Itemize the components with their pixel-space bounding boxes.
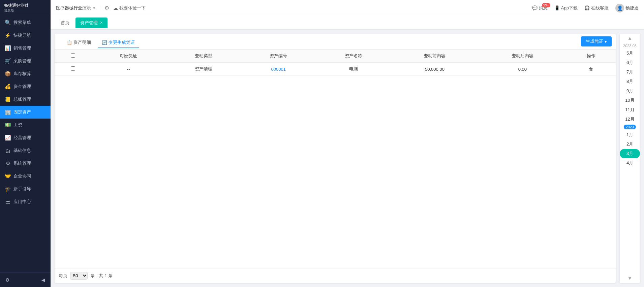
sidebar-item-guide[interactable]: 🎓新手引导 xyxy=(0,183,51,195)
calendar-month-7月[interactable]: 7月 xyxy=(620,67,640,77)
sidebar-item-purchase[interactable]: 🛒采购管理 xyxy=(0,55,51,67)
funds-icon: 💰 xyxy=(5,84,11,90)
main-panel: 📋资产明细🔄变更生成凭证 生成凭证 ▾ 对应凭证变动类型资产编号资产名称变动前内… xyxy=(55,34,616,283)
page-size-select[interactable]: 102050100 xyxy=(70,272,88,280)
calendar-month-12月[interactable]: 12月 xyxy=(620,115,640,124)
system-icon: ⚙ xyxy=(5,160,11,166)
sidebar-item-fixed-assets[interactable]: 🏢固定资产 xyxy=(0,106,51,119)
generate-voucher-button[interactable]: 生成凭证 ▾ xyxy=(581,36,612,46)
settings-gear-icon[interactable]: ⚙ xyxy=(104,5,109,11)
sidebar-item-basic-info[interactable]: 🗂基础信息 xyxy=(0,144,51,157)
sidebar-item-ledger[interactable]: 📒总账管理 xyxy=(0,93,51,106)
sidebar-label: 总账管理 xyxy=(13,96,31,102)
cell-checkbox xyxy=(55,63,91,76)
sidebar-item-salary[interactable]: 💵工资 xyxy=(0,119,51,131)
fixed-assets-icon: 🏢 xyxy=(5,109,11,115)
sidebar-label: 库存核算 xyxy=(13,71,31,77)
sidebar-item-search[interactable]: 🔍搜索菜单 xyxy=(0,16,51,29)
sidebar-label: 固定资产 xyxy=(13,109,31,115)
table-body: --资产清理000001电脑50,000.000.00🗑 xyxy=(55,63,616,76)
header-row: 对应凭证变动类型资产编号资产名称变动前内容变动后内容操作 xyxy=(55,50,616,63)
customer-service-action[interactable]: 🎧 在线客服 xyxy=(584,5,609,11)
sidebar-item-enterprise[interactable]: 🤝企业协同 xyxy=(0,170,51,183)
search-icon: 🔍 xyxy=(5,20,11,26)
cell-asset-no: 000001 xyxy=(241,63,316,76)
calendar-month-2023-2月[interactable]: 2月 xyxy=(620,139,640,149)
calendar-panel: ▲ 2023.035月6月7月8月9月10月11月12月20231月2月3月4月… xyxy=(620,34,640,283)
experience-btn[interactable]: ☁ 我要体验一下 xyxy=(113,5,146,11)
logo-text: 畅捷通好业财 xyxy=(4,3,28,8)
calendar-month-5月[interactable]: 5月 xyxy=(620,49,640,58)
cell-change-type: 资产清理 xyxy=(166,63,241,76)
sidebar-item-app-center[interactable]: 🗃应用中心 xyxy=(0,195,51,208)
content-area: 📋资产明细🔄变更生成凭证 生成凭证 ▾ 对应凭证变动类型资产编号资产名称变动前内… xyxy=(51,30,644,287)
sidebar-footer: ⚙ ◀ xyxy=(0,272,51,287)
sidebar-item-inventory[interactable]: 📦库存核算 xyxy=(0,67,51,80)
calendar-month-2023-3月[interactable]: 3月 xyxy=(620,149,640,158)
sub-tabs: 📋资产明细🔄变更生成凭证 xyxy=(59,35,581,48)
message-action[interactable]: 💬 消息 99+ xyxy=(532,5,548,11)
tab-label: 首页 xyxy=(61,20,69,26)
sub-tab-label: 变更生成凭证 xyxy=(109,39,135,45)
cloud-icon: ☁ xyxy=(113,5,118,11)
sidebar-scroll: 🔍搜索菜单⚡快捷导航📊销售管理🛒采购管理📦库存核算💰资金管理📒总账管理🏢固定资产… xyxy=(0,16,51,272)
calendar-month-8月[interactable]: 8月 xyxy=(620,77,640,86)
table-row: --资产清理000001电脑50,000.000.00🗑 xyxy=(55,63,616,76)
user-menu[interactable]: 👤 畅捷通 xyxy=(615,4,639,12)
sidebar-label: 采购管理 xyxy=(13,58,31,64)
calendar-month-9月[interactable]: 9月 xyxy=(620,86,640,96)
collapse-icon[interactable]: ◀ xyxy=(41,277,45,283)
sidebar-logo: 畅捷通好业财 普及版 xyxy=(0,0,51,16)
operations-icon: 📈 xyxy=(5,135,11,141)
sidebar-item-quick-nav[interactable]: ⚡快捷导航 xyxy=(0,29,51,42)
row-checkbox[interactable] xyxy=(71,66,75,71)
app-download-action[interactable]: 📱 App下载 xyxy=(554,5,578,11)
sidebar-item-funds[interactable]: 💰资金管理 xyxy=(0,80,51,93)
sub-tab-label: 资产明细 xyxy=(73,39,91,45)
calendar-year-2022-label: 2023.03 xyxy=(620,43,640,49)
sidebar-item-sales[interactable]: 📊销售管理 xyxy=(0,42,51,55)
sidebar-label: 工资 xyxy=(13,122,22,128)
sidebar-label: 应用中心 xyxy=(13,199,31,205)
col-asset-no: 资产编号 xyxy=(241,50,316,63)
inventory-icon: 📦 xyxy=(5,71,11,77)
pagination-bar: 每页 102050100 条，共 1 条 xyxy=(55,268,616,283)
year-2023-badge[interactable]: 2023 xyxy=(624,125,636,129)
sub-tab-icon: 🔄 xyxy=(102,40,107,45)
cell-operation[interactable]: 🗑 xyxy=(566,63,616,76)
tab-home[interactable]: 首页 xyxy=(56,18,74,28)
quick-nav-icon: ⚡ xyxy=(5,32,11,38)
col-after-change: 变动后内容 xyxy=(479,50,566,63)
ledger-icon: 📒 xyxy=(5,96,11,102)
sidebar-label: 系统管理 xyxy=(13,160,31,166)
calendar-up-btn[interactable]: ▲ xyxy=(620,34,640,43)
calendar-month-2023-4月[interactable]: 4月 xyxy=(620,158,640,168)
calendar-month-6月[interactable]: 6月 xyxy=(620,58,640,67)
sub-tab-change-voucher[interactable]: 🔄变更生成凭证 xyxy=(98,37,139,48)
sales-icon: 📊 xyxy=(5,45,11,51)
calendar-month-10月[interactable]: 10月 xyxy=(620,96,640,105)
avatar: 👤 xyxy=(615,4,624,12)
calendar-month-11月[interactable]: 11月 xyxy=(620,105,640,115)
table-header: 对应凭证变动类型资产编号资产名称变动前内容变动后内容操作 xyxy=(55,50,616,63)
cell-before-change: 50,000.00 xyxy=(391,63,479,76)
tab-close-icon[interactable]: ✕ xyxy=(100,21,103,25)
tab-asset-mgmt[interactable]: 资产管理✕ xyxy=(75,18,108,28)
dropdown-arrow-icon: ▾ xyxy=(605,39,607,44)
sidebar-label: 经营管理 xyxy=(13,135,31,141)
tab-nav: 首页资产管理✕ xyxy=(51,16,644,30)
sub-tab-asset-detail[interactable]: 📋资产明细 xyxy=(63,37,95,48)
calendar-down-btn[interactable]: ▼ xyxy=(620,274,640,283)
calendar-month-2023-1月[interactable]: 1月 xyxy=(620,130,640,139)
company-selector[interactable]: 医疗器械行业演示 ▾ xyxy=(56,5,95,11)
phone-icon: 📱 xyxy=(554,5,560,10)
sidebar-item-system[interactable]: ⚙系统管理 xyxy=(0,157,51,170)
col-operation: 操作 xyxy=(566,50,616,63)
col-asset-name: 资产名称 xyxy=(316,50,391,63)
calendar-year-2023-section: 2023 xyxy=(620,124,640,130)
select-all-checkbox[interactable] xyxy=(71,53,75,58)
basic-info-icon: 🗂 xyxy=(5,148,11,154)
sidebar-item-operations[interactable]: 📈经营管理 xyxy=(0,131,51,144)
settings-icon[interactable]: ⚙ xyxy=(5,277,10,283)
sidebar-label: 快捷导航 xyxy=(13,32,31,38)
